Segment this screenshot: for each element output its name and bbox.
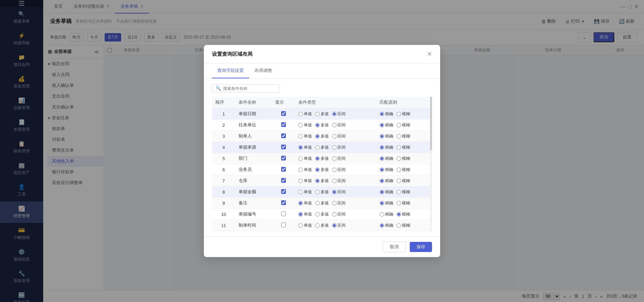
cancel-button[interactable]: 取消 [383,242,406,252]
type-radio-input-多值-8[interactable] [315,201,320,205]
type-radio-input-区间-3[interactable] [332,145,337,150]
type-radio-input-单值-4[interactable] [298,156,303,161]
type-radio-input-区间-0[interactable] [332,112,337,116]
match-radio-input-精确-5[interactable] [380,168,384,172]
type-radio-input-单值-8[interactable] [298,201,303,205]
type-radio-单值[interactable]: 单值 [298,167,312,173]
type-radio-input-区间-8[interactable] [332,201,337,205]
show-checkbox-3[interactable] [281,145,286,149]
type-radio-input-区间-9[interactable] [332,212,337,217]
type-radio-input-区间-1[interactable] [332,123,337,127]
type-radio-多值[interactable]: 多值 [315,111,329,117]
type-radio-单值[interactable]: 单值 [298,122,312,128]
match-radio-模糊[interactable]: 模糊 [397,167,410,173]
type-radio-input-单值-2[interactable] [298,134,303,139]
match-radio-模糊[interactable]: 模糊 [397,111,410,117]
match-radio-模糊[interactable]: 模糊 [397,145,410,150]
show-checkbox-0[interactable] [281,111,286,116]
type-radio-多值[interactable]: 多值 [315,200,329,206]
type-radio-input-多值-0[interactable] [315,112,320,116]
match-radio-精确[interactable]: 精确 [380,167,393,173]
type-radio-区间[interactable]: 区间 [332,178,346,184]
match-radio-模糊[interactable]: 模糊 [397,200,410,206]
type-radio-input-区间-5[interactable] [332,168,337,172]
type-radio-多值[interactable]: 多值 [315,189,329,195]
match-radio-input-模糊-0[interactable] [397,112,401,116]
match-radio-input-精确-3[interactable] [380,145,384,150]
match-radio-精确[interactable]: 精确 [380,178,393,184]
modal-tab-query-fields[interactable]: 查询字段设置 [212,64,249,78]
scroll-thumb[interactable] [430,97,432,150]
match-radio-input-模糊-5[interactable] [397,168,401,172]
match-radio-模糊[interactable]: 模糊 [397,189,410,195]
type-radio-input-区间-4[interactable] [332,156,337,161]
type-radio-单值[interactable]: 单值 [298,189,312,195]
type-radio-input-区间-6[interactable] [332,179,337,183]
type-radio-单值[interactable]: 单值 [298,223,312,228]
type-radio-区间[interactable]: 区间 [332,200,346,206]
modal-tab-layout[interactable]: 布局调整 [249,64,277,78]
type-radio-input-多值-10[interactable] [315,223,320,228]
type-radio-单值[interactable]: 单值 [298,211,312,217]
type-radio-input-单值-9[interactable] [298,212,303,217]
match-radio-input-模糊-9[interactable] [397,212,401,217]
type-radio-input-单值-10[interactable] [298,223,303,228]
match-radio-input-模糊-8[interactable] [397,201,401,205]
match-radio-模糊[interactable]: 模糊 [397,211,410,217]
type-radio-input-多值-4[interactable] [315,156,320,161]
type-radio-input-区间-10[interactable] [332,223,337,228]
modal-search-input[interactable] [223,86,274,91]
match-radio-input-精确-10[interactable] [380,223,384,228]
match-radio-模糊[interactable]: 模糊 [397,122,410,128]
match-radio-input-模糊-7[interactable] [397,190,401,194]
type-radio-input-单值-0[interactable] [298,112,303,116]
type-radio-input-多值-3[interactable] [315,145,320,150]
type-radio-input-单值-6[interactable] [298,179,303,183]
type-radio-input-多值-6[interactable] [315,179,320,183]
match-radio-input-精确-7[interactable] [380,190,384,194]
modal-close-button[interactable]: ✕ [427,50,432,58]
match-radio-input-模糊-10[interactable] [397,223,401,228]
show-checkbox-8[interactable] [281,200,286,205]
match-radio-input-模糊-4[interactable] [397,156,401,161]
show-checkbox-2[interactable] [281,133,286,138]
show-checkbox-6[interactable] [281,178,286,183]
type-radio-区间[interactable]: 区间 [332,211,346,217]
match-radio-模糊[interactable]: 模糊 [397,156,410,161]
match-radio-input-精确-1[interactable] [380,123,384,127]
type-radio-区间[interactable]: 区间 [332,111,346,117]
show-checkbox-9[interactable] [281,211,286,216]
match-radio-input-模糊-1[interactable] [397,123,401,127]
type-radio-单值[interactable]: 单值 [298,133,312,139]
match-radio-input-精确-0[interactable] [380,112,384,116]
type-radio-input-多值-2[interactable] [315,134,320,139]
show-checkbox-1[interactable] [281,122,286,127]
type-radio-多值[interactable]: 多值 [315,167,329,173]
save-button-modal[interactable]: 保存 [410,242,432,252]
type-radio-区间[interactable]: 区间 [332,167,346,173]
type-radio-区间[interactable]: 区间 [332,223,346,228]
show-checkbox-7[interactable] [281,189,286,194]
match-radio-精确[interactable]: 精确 [380,133,393,139]
type-radio-单值[interactable]: 单值 [298,111,312,117]
type-radio-input-多值-9[interactable] [315,212,320,217]
match-radio-模糊[interactable]: 模糊 [397,133,410,139]
match-radio-模糊[interactable]: 模糊 [397,178,410,184]
type-radio-区间[interactable]: 区间 [332,145,346,150]
type-radio-input-多值-1[interactable] [315,123,320,127]
type-radio-区间[interactable]: 区间 [332,156,346,161]
match-radio-input-精确-6[interactable] [380,179,384,183]
match-radio-精确[interactable]: 精确 [380,111,393,117]
type-radio-多值[interactable]: 多值 [315,133,329,139]
type-radio-input-单值-5[interactable] [298,168,303,172]
show-checkbox-4[interactable] [281,156,286,160]
type-radio-多值[interactable]: 多值 [315,211,329,217]
match-radio-模糊[interactable]: 模糊 [397,223,410,228]
match-radio-input-模糊-3[interactable] [397,145,401,150]
type-radio-单值[interactable]: 单值 [298,178,312,184]
show-checkbox-5[interactable] [281,167,286,172]
type-radio-单值[interactable]: 单值 [298,156,312,161]
type-radio-区间[interactable]: 区间 [332,189,346,195]
type-radio-input-单值-7[interactable] [298,190,303,194]
type-radio-input-区间-2[interactable] [332,134,337,139]
